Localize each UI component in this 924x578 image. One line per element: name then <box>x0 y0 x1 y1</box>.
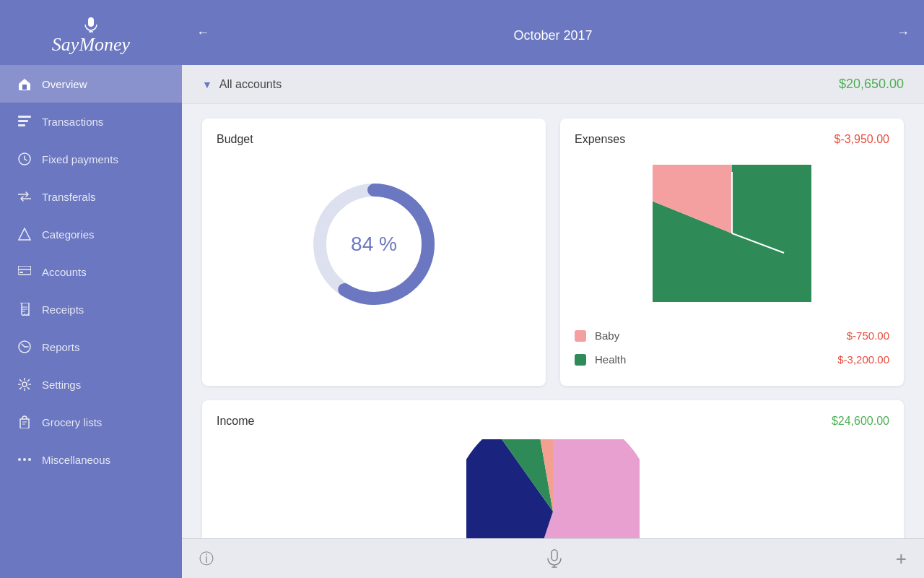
expenses-card: Expenses $-3,950.00 <box>560 118 904 386</box>
accounts-icon <box>17 264 32 279</box>
categories-icon <box>17 227 32 241</box>
sidebar-item-settings[interactable]: Settings <box>0 366 182 403</box>
mic-logo-icon <box>84 17 97 33</box>
sidebar: SayMoney Overview Transactions <box>0 0 182 578</box>
svg-rect-4 <box>18 116 31 118</box>
grocery-lists-icon <box>17 415 32 429</box>
donut-chart: 84 % <box>302 172 446 316</box>
svg-rect-5 <box>18 120 28 122</box>
sidebar-item-receipts[interactable]: Receipts <box>0 290 182 328</box>
sidebar-item-categories[interactable]: Categories <box>0 215 182 253</box>
sidebar-label-accounts: Accounts <box>42 266 87 278</box>
sidebar-label-transferals: Transferals <box>42 191 95 203</box>
transferals-icon <box>17 189 32 204</box>
expenses-total: $-3,950.00 <box>834 133 889 146</box>
svg-point-16 <box>22 382 27 387</box>
info-button[interactable]: ⓘ <box>199 549 214 569</box>
svg-point-21 <box>28 458 31 461</box>
accounts-label: All accounts <box>219 78 282 91</box>
sidebar-label-grocery-lists: Grocery lists <box>42 416 102 428</box>
add-button[interactable]: + <box>896 549 907 568</box>
sidebar-item-transactions[interactable]: Transactions <box>0 103 182 140</box>
budget-card-header: Budget <box>217 133 531 146</box>
app-name: SayMoney <box>52 34 130 56</box>
reports-icon <box>17 340 32 354</box>
expenses-card-header: Expenses $-3,950.00 <box>575 133 889 146</box>
sidebar-item-grocery-lists[interactable]: Grocery lists <box>0 403 182 441</box>
svg-rect-0 <box>88 17 94 27</box>
expenses-legend: Baby $-750.00 Health $-3,200.00 <box>575 324 889 371</box>
svg-rect-11 <box>19 272 23 273</box>
main-content: ← October 2017 → ▼ All accounts $20,650.… <box>182 0 924 578</box>
fixed-payments-icon <box>17 152 32 166</box>
receipts-icon <box>17 302 32 316</box>
svg-marker-8 <box>19 228 30 240</box>
cards-grid: Budget 84 % <box>182 104 924 400</box>
home-icon <box>17 77 32 91</box>
expenses-pie-chart <box>575 158 889 309</box>
sidebar-item-overview[interactable]: Overview <box>0 65 182 103</box>
budget-card: Budget 84 % <box>202 118 546 386</box>
baby-color-dot <box>575 330 586 342</box>
budget-chart: 84 % <box>217 158 531 331</box>
bottom-bar: ⓘ + <box>182 538 924 578</box>
sidebar-label-settings: Settings <box>42 379 81 391</box>
sidebar-label-miscellaneous: Miscellaneous <box>42 454 110 466</box>
miscellaneous-icon <box>17 452 32 467</box>
legend-item-baby: Baby $-750.00 <box>575 324 889 348</box>
svg-rect-9 <box>18 266 31 275</box>
baby-amount: $-750.00 <box>847 329 889 342</box>
sidebar-label-receipts: Receipts <box>42 303 84 316</box>
mic-button[interactable] <box>546 549 562 568</box>
health-amount: $-3,200.00 <box>837 353 889 366</box>
accounts-left: ▼ All accounts <box>202 78 282 91</box>
accounts-bar: ▼ All accounts $20,650.00 <box>182 65 924 104</box>
accounts-total: $20,650.00 <box>839 77 904 92</box>
next-month-button[interactable]: → <box>897 25 910 40</box>
sidebar-label-overview: Overview <box>42 78 87 90</box>
settings-icon <box>17 377 32 392</box>
sidebar-item-fixed-payments[interactable]: Fixed payments <box>0 140 182 178</box>
prev-month-button[interactable]: ← <box>196 25 209 40</box>
sidebar-item-accounts[interactable]: Accounts <box>0 253 182 290</box>
health-color-dot <box>575 354 586 366</box>
transactions-icon <box>17 114 32 129</box>
income-title: Income <box>217 415 254 428</box>
svg-rect-3 <box>22 85 27 90</box>
sidebar-label-transactions: Transactions <box>42 116 103 128</box>
budget-percent: 84 % <box>351 233 397 256</box>
expenses-title: Expenses <box>575 133 625 146</box>
income-card-header: Income $24,600.00 <box>217 415 889 428</box>
app-logo: SayMoney <box>0 0 182 65</box>
income-total: $24,600.00 <box>832 415 889 428</box>
health-label: Health <box>595 353 626 366</box>
sidebar-item-reports[interactable]: Reports <box>0 328 182 366</box>
sidebar-label-categories: Categories <box>42 228 95 241</box>
sidebar-label-reports: Reports <box>42 341 80 353</box>
svg-rect-32 <box>552 550 557 561</box>
svg-rect-6 <box>18 124 25 126</box>
baby-label: Baby <box>595 329 619 342</box>
sidebar-nav: Overview Transactions Fixed payments <box>0 65 182 578</box>
income-pie-chart <box>217 439 889 555</box>
current-month: October 2017 <box>513 28 592 43</box>
svg-point-19 <box>18 458 21 461</box>
sidebar-label-fixed-payments: Fixed payments <box>42 153 118 165</box>
sidebar-item-miscellaneous[interactable]: Miscellaneous <box>0 441 182 478</box>
header: ← October 2017 → <box>182 0 924 65</box>
chevron-down-icon[interactable]: ▼ <box>202 79 212 90</box>
content-area: Budget 84 % <box>182 104 924 578</box>
legend-item-health: Health $-3,200.00 <box>575 348 889 371</box>
sidebar-item-transferals[interactable]: Transferals <box>0 178 182 215</box>
svg-point-20 <box>23 458 26 461</box>
budget-title: Budget <box>217 133 253 146</box>
